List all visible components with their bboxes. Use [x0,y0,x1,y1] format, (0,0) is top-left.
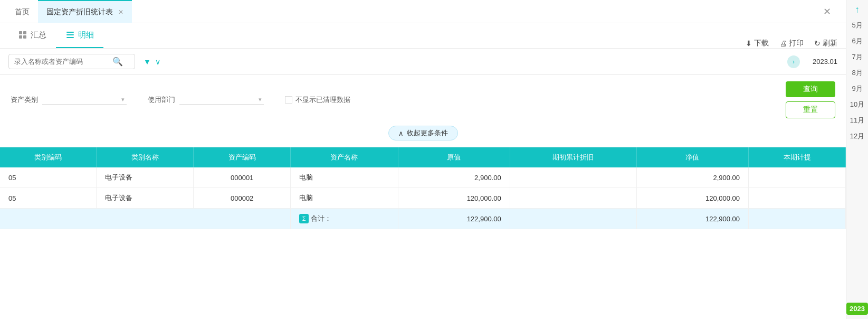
print-button[interactable]: 🖨 打印 [779,39,804,48]
col-header-asset-name: 资产名称 [291,147,398,167]
cell-net-value: 2,900.00 [636,167,748,188]
col-header-accumulated: 期初累计折旧 [510,147,636,167]
use-dept-arrow-icon: ▾ [259,96,262,103]
window-close-button[interactable]: ✕ [815,6,840,17]
total-original: 122,900.00 [398,209,510,229]
sidebar-scroll-up-button[interactable]: ↑ [855,2,860,17]
col-header-asset-code: 资产编码 [194,147,291,167]
sidebar-month-item[interactable]: 9月 [850,81,864,97]
cell-category-name: 电子设备 [97,167,194,188]
sidebar-month-item[interactable]: 12月 [850,128,864,144]
refresh-icon: ↻ [814,39,821,48]
sidebar-month-item[interactable]: 11月 [850,112,864,128]
tab-summary[interactable]: 汇总 [8,23,56,48]
download-label: 下载 [754,39,769,48]
cell-asset-name: 电脑 [291,167,398,188]
search-input[interactable] [14,58,109,65]
col-header-net-value: 净值 [636,147,748,167]
print-icon: 🖨 [779,39,787,48]
checkbox-box-icon [285,96,292,104]
asset-type-filter: 资产类别 ▾ [11,95,127,105]
cell-category-code: 05 [0,188,97,209]
svg-rect-5 [66,34,74,35]
refresh-button[interactable]: ↻ 刷新 [814,39,837,48]
print-label: 打印 [789,39,804,48]
total-label-cell [0,209,291,229]
filter-icon: ▼ [144,58,151,66]
total-icon: Σ [299,214,309,223]
cell-original: 120,000.00 [398,188,510,209]
reset-button[interactable]: 重置 [786,101,835,118]
date-nav-button[interactable]: › [787,55,800,68]
filter-area: 资产类别 ▾ 使用部门 ▾ 不显示已清理数据 查询 重置 [0,75,846,147]
asset-type-arrow-icon: ▾ [121,96,125,103]
download-button[interactable]: ⬇ 下载 [746,39,769,48]
cell-current [749,167,846,188]
toolbar-right: ⬇ 下载 🖨 打印 ↻ 刷新 [746,39,837,48]
table-row: 05 电子设备 000001 电脑 2,900.00 2,900.00 [0,167,846,188]
cell-current [749,188,846,209]
total-net-value: 122,900.00 [636,209,748,229]
use-dept-filter: 使用部门 ▾ [148,95,264,105]
tab-label: 固定资产折旧统计表 [46,7,113,17]
cell-original: 2,900.00 [398,167,510,188]
sidebar-month-item[interactable]: 8月 [850,65,864,81]
cell-accumulated [510,188,636,209]
tab-close-icon[interactable]: ✕ [118,8,123,16]
collapse-label: 收起更多条件 [407,128,448,138]
asset-type-select[interactable]: ▾ [42,95,127,105]
table-total-row: Σ合计： 122,900.00 122,900.00 [0,209,846,229]
tab-detail[interactable]: 明细 [56,23,103,48]
col-header-category-code: 类别编码 [0,147,97,167]
table-header-row: 类别编码 类别名称 资产编码 资产名称 原值 期初累计折旧 净值 本期计提 [0,147,846,167]
cell-asset-code: 000001 [194,167,291,188]
search-icon[interactable]: 🔍 [112,57,123,67]
query-button[interactable]: 查询 [786,81,835,97]
svg-rect-6 [66,37,74,38]
use-dept-select[interactable]: ▾ [179,95,264,105]
download-icon: ⬇ [746,39,752,48]
detail-icon [65,30,75,40]
hide-cleared-label: 不显示已清理数据 [295,95,350,105]
filter-row: 资产类别 ▾ 使用部门 ▾ 不显示已清理数据 查询 重置 [11,81,835,118]
cell-category-code: 05 [0,167,97,188]
hide-cleared-checkbox[interactable]: 不显示已清理数据 [285,95,350,105]
chevron-down-icon: ∨ [155,58,160,66]
refresh-label: 刷新 [823,39,837,48]
svg-rect-1 [23,31,26,34]
svg-rect-2 [19,35,22,39]
col-header-category-name: 类别名称 [97,147,194,167]
sidebar-month-item[interactable]: 6月 [850,33,864,49]
sidebar-month-item[interactable]: 10月 [850,97,864,112]
table-wrap: 类别编码 类别名称 资产编码 资产名称 原值 期初累计折旧 净值 本期计提 05… [0,147,846,319]
sidebar-month-item[interactable]: 5月 [850,17,864,33]
cell-net-value: 120,000.00 [636,188,748,209]
search-input-wrap[interactable]: 🔍 [8,54,135,69]
year-badge[interactable]: 2023 [846,303,868,315]
sub-tabs-bar: 汇总 明细 ⬇ 下载 🖨 打印 ↻ 刷新 [0,23,846,49]
svg-rect-0 [19,31,22,34]
svg-rect-4 [66,32,74,33]
cell-asset-name: 电脑 [291,188,398,209]
search-bar: 🔍 ▼ ∨ › 2023.01 [0,49,846,75]
collapse-up-icon: ∧ [398,129,404,137]
collapse-button[interactable]: ∧ 收起更多条件 [388,126,458,140]
home-tab[interactable]: 首页 [6,0,38,23]
filter-buttons: 查询 重置 [786,81,835,118]
right-sidebar: ↑ 5月6月7月8月9月10月11月12月 2023 [846,0,868,319]
total-label: Σ合计： [291,209,398,229]
cell-category-name: 电子设备 [97,188,194,209]
more-conditions-button[interactable]: ▼ ∨ [144,58,160,66]
summary-icon [18,30,27,40]
col-header-current: 本期计提 [749,147,846,167]
use-dept-label: 使用部门 [148,95,175,105]
tab-summary-label: 汇总 [31,30,46,40]
svg-rect-3 [23,35,26,39]
asset-type-label: 资产类别 [11,95,38,105]
main-tab[interactable]: 固定资产折旧统计表 ✕ [38,0,132,23]
cell-accumulated [510,167,636,188]
data-table: 类别编码 类别名称 资产编码 资产名称 原值 期初累计折旧 净值 本期计提 05… [0,147,846,229]
sidebar-month-item[interactable]: 7月 [850,49,864,65]
tab-detail-label: 明细 [78,30,94,40]
collapse-row: ∧ 收起更多条件 [11,123,835,143]
